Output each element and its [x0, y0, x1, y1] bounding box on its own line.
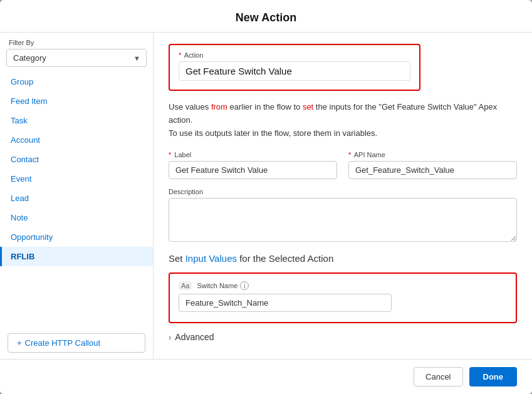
sidebar-item-task[interactable]: Task	[0, 111, 153, 130]
plus-icon: +	[17, 338, 22, 348]
highlight-from: from	[211, 102, 227, 111]
modal-header: New Action	[0, 0, 532, 33]
advanced-row[interactable]: › Advanced	[169, 332, 517, 342]
switch-name-box: Aa Switch Name i	[169, 272, 517, 323]
sidebar-item-opportunity[interactable]: Opportunity	[0, 227, 153, 247]
highlight-set: set	[303, 102, 313, 111]
sidebar-item-lead[interactable]: Lead	[0, 189, 153, 208]
sidebar-item-group[interactable]: Group	[0, 72, 153, 91]
label-api-row: * Label * API Name	[169, 151, 517, 179]
sidebar-item-feed-item[interactable]: Feed Item	[0, 91, 153, 111]
set-input-section-title: Set Input Values for the Selected Action	[169, 253, 517, 264]
modal: New Action Filter By Category All Group …	[0, 0, 532, 394]
chevron-right-icon: ›	[169, 333, 171, 342]
api-name-required-star: *	[348, 151, 351, 158]
set-input-plain-2: for the Selected Action	[239, 253, 333, 264]
sidebar-item-contact[interactable]: Contact	[0, 150, 153, 169]
api-name-group: * API Name	[348, 151, 517, 179]
switch-name-label-row: Aa Switch Name i	[179, 281, 507, 290]
label-group: * Label	[169, 151, 337, 179]
info-line-1: Use values from earlier in the flow to s…	[169, 101, 517, 127]
modal-overlay: New Action Filter By Category All Group …	[0, 0, 532, 394]
advanced-label: Advanced	[175, 332, 214, 342]
category-select-wrapper: Category All Group Feed Item Task Accoun…	[6, 49, 147, 67]
done-button[interactable]: Done	[469, 367, 518, 386]
category-select[interactable]: Category All Group Feed Item Task Accoun…	[6, 49, 147, 67]
description-textarea[interactable]	[169, 198, 517, 242]
create-http-callout-button[interactable]: + Create HTTP Callout	[8, 333, 145, 353]
modal-footer: Cancel Done	[0, 359, 532, 394]
label-field-label: * Label	[169, 151, 337, 158]
api-name-input[interactable]	[348, 161, 517, 179]
action-box: * Action Get Feature Switch Value	[169, 44, 420, 91]
label-required-star: *	[169, 151, 171, 158]
action-value-display: Get Feature Switch Value	[179, 61, 410, 81]
main-content: * Action Get Feature Switch Value Use va…	[154, 33, 532, 359]
sidebar-item-account[interactable]: Account	[0, 130, 153, 150]
action-field-label: * Action	[179, 51, 410, 59]
info-text: Use values from earlier in the flow to s…	[169, 101, 517, 140]
switch-name-info-icon[interactable]: i	[240, 281, 249, 290]
aa-badge: Aa	[179, 281, 192, 290]
sidebar: Filter By Category All Group Feed Item T…	[0, 33, 154, 359]
filter-by-label: Filter By	[0, 33, 153, 49]
sidebar-item-rflib[interactable]: RFLIB	[0, 247, 153, 266]
sidebar-item-event[interactable]: Event	[0, 169, 153, 189]
label-input[interactable]	[169, 161, 337, 179]
switch-name-input[interactable]	[179, 294, 392, 312]
set-input-blue: Input Values	[185, 253, 237, 264]
modal-body: Filter By Category All Group Feed Item T…	[0, 33, 532, 359]
main-inner: * Action Get Feature Switch Value Use va…	[154, 33, 532, 359]
create-http-callout-label: Create HTTP Callout	[25, 338, 100, 348]
api-name-label: * API Name	[348, 151, 517, 158]
description-group: Description	[169, 188, 517, 242]
sidebar-item-note[interactable]: Note	[0, 208, 153, 227]
set-input-plain-1: Set	[169, 253, 185, 264]
info-line-2: To use its outputs later in the flow, st…	[169, 127, 517, 140]
sidebar-list: Group Feed Item Task Account Contact	[0, 72, 153, 327]
description-label: Description	[169, 188, 517, 195]
action-required-star: *	[179, 51, 181, 59]
cancel-button[interactable]: Cancel	[414, 367, 462, 386]
modal-title: New Action	[236, 11, 296, 24]
